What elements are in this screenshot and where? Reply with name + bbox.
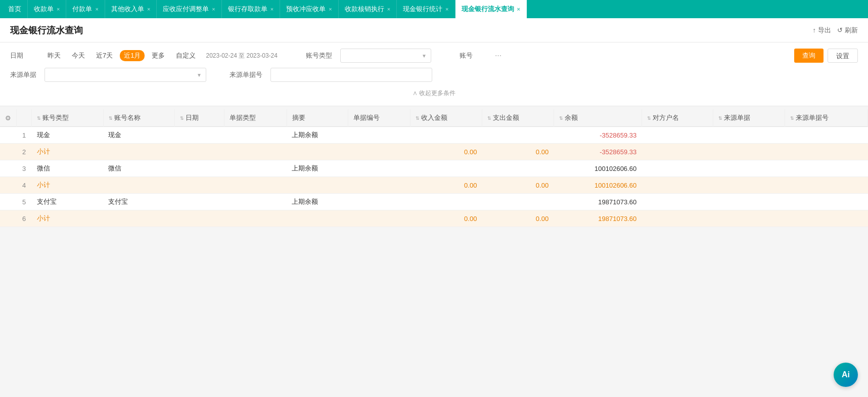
row-doc-num — [348, 160, 410, 177]
close-receipt-icon[interactable]: × — [57, 6, 60, 12]
row-date — [175, 127, 224, 144]
date-option-1month[interactable]: 近1月 — [120, 50, 145, 61]
nav-payment[interactable]: 付款单 × — [66, 0, 105, 18]
close-payment-icon[interactable]: × — [95, 6, 98, 12]
table-row[interactable]: 1 现金 现金 上期余额 -3528659.33 — [0, 127, 868, 144]
close-reconcile-icon[interactable]: × — [387, 6, 390, 12]
source-doc-num-input[interactable] — [270, 68, 432, 82]
row-doc-type — [224, 177, 287, 194]
date-option-7days[interactable]: 近7天 — [92, 50, 117, 61]
table-row[interactable]: 6 小计 0.00 0.00 19871073.60 — [0, 210, 868, 227]
row-income — [410, 194, 482, 210]
row-num-cell: 6 — [17, 210, 32, 227]
table-header-row: ⚙ ⇅账号类型 ⇅账号名称 ⇅日期 单据类型 摘要 单据编号 ⇅收入金额 ⇅支出… — [0, 109, 868, 127]
close-cash-flow-icon[interactable]: × — [517, 6, 520, 12]
row-source-doc — [713, 127, 785, 144]
account-more-icon[interactable]: ··· — [493, 51, 504, 60]
table-row[interactable]: 3 微信 微信 上期余额 100102606.60 — [0, 160, 868, 177]
row-expense: 0.00 — [482, 144, 554, 160]
nav-cash-stats[interactable]: 现金银行统计 × — [397, 0, 455, 18]
row-date — [175, 210, 224, 227]
row-balance: 100102606.60 — [554, 160, 642, 177]
col-balance[interactable]: ⇅余额 — [554, 109, 642, 127]
row-settings-cell — [0, 210, 17, 227]
col-row-num — [17, 109, 32, 127]
row-date — [175, 177, 224, 194]
collapse-bar[interactable]: ∧ 收起更多条件 — [10, 87, 858, 100]
row-source-doc — [713, 177, 785, 194]
close-other-income-icon[interactable]: × — [147, 6, 150, 12]
row-balance: 100102606.60 — [554, 177, 642, 194]
nav-cash-flow[interactable]: 现金银行流水查询 × — [455, 0, 527, 18]
query-button[interactable]: 查询 — [794, 49, 824, 63]
data-table: ⚙ ⇅账号类型 ⇅账号名称 ⇅日期 单据类型 摘要 单据编号 ⇅收入金额 ⇅支出… — [0, 109, 868, 227]
col-expense[interactable]: ⇅支出金额 — [482, 109, 554, 127]
filter-area: 日期 昨天 今天 近7天 近1月 更多 自定义 2023-02-24 至 202… — [0, 42, 868, 106]
page-title: 现金银行流水查询 — [10, 24, 83, 36]
nav-home[interactable]: 首页 — [2, 0, 28, 18]
row-source-doc — [713, 194, 785, 210]
row-num-cell: 3 — [17, 160, 32, 177]
date-range-display: 2023-02-24 至 2023-03-24 — [206, 52, 277, 60]
row-summary — [287, 210, 348, 227]
col-account-name[interactable]: ⇅账号名称 — [103, 109, 175, 127]
row-summary: 上期余额 — [287, 160, 348, 177]
row-num-cell: 5 — [17, 194, 32, 210]
row-balance: -3528659.33 — [554, 144, 642, 160]
page-header: 现金银行流水查询 ↑ 导出 ↺ 刷新 — [0, 18, 868, 42]
row-settings-cell — [0, 160, 17, 177]
date-option-today[interactable]: 今天 — [68, 50, 89, 61]
date-option-yesterday[interactable]: 昨天 — [43, 50, 65, 61]
nav-receipt[interactable]: 收款单 × — [28, 0, 66, 18]
table-row[interactable]: 2 小计 0.00 0.00 -3528659.33 — [0, 144, 868, 160]
row-income: 0.00 — [410, 177, 482, 194]
row-account-type: 现金 — [32, 127, 104, 144]
col-summary[interactable]: 摘要 — [287, 109, 348, 127]
table-row[interactable]: 5 支付宝 支付宝 上期余额 19871073.60 — [0, 194, 868, 210]
chevron-down-icon: ▼ — [422, 53, 427, 59]
refresh-button[interactable]: ↺ 刷新 — [837, 26, 858, 35]
nav-other-income[interactable]: 其他收入单 × — [105, 0, 157, 18]
row-doc-type — [224, 127, 287, 144]
nav-advance[interactable]: 预收冲应收单 × — [280, 0, 338, 18]
row-num-cell: 1 — [17, 127, 32, 144]
close-advance-icon[interactable]: × — [329, 6, 332, 12]
row-expense: 0.00 — [482, 210, 554, 227]
row-num-cell: 4 — [17, 177, 32, 194]
col-counterparty[interactable]: ⇅对方户名 — [642, 109, 713, 127]
date-label: 日期 — [10, 51, 35, 60]
col-date[interactable]: ⇅日期 — [175, 109, 224, 127]
account-type-select[interactable]: ▼ — [340, 49, 431, 63]
row-num-cell: 2 — [17, 144, 32, 160]
row-balance: -3528659.33 — [554, 127, 642, 144]
col-doc-type[interactable]: 单据类型 — [224, 109, 287, 127]
col-source-doc-num[interactable]: ⇅来源单据号 — [785, 109, 868, 127]
nav-bank-deposit[interactable]: 银行存取款单 × — [222, 0, 280, 18]
source-doc-select[interactable]: ▼ — [44, 68, 206, 82]
nav-adjustment[interactable]: 应收应付调整单 × — [157, 0, 221, 18]
row-counterparty — [642, 210, 713, 227]
col-settings[interactable]: ⚙ — [0, 109, 17, 127]
nav-reconcile[interactable]: 收款核销执行 × — [339, 0, 397, 18]
close-bank-deposit-icon[interactable]: × — [270, 6, 273, 12]
row-settings-cell — [0, 177, 17, 194]
row-source-doc — [713, 160, 785, 177]
row-settings-cell — [0, 127, 17, 144]
table-row[interactable]: 4 小计 0.00 0.00 100102606.60 — [0, 177, 868, 194]
source-doc-label: 来源单据 — [10, 70, 36, 79]
settings-button[interactable]: 设置 — [828, 49, 858, 63]
row-account-name — [103, 177, 175, 194]
row-settings-cell — [0, 144, 17, 160]
date-option-custom[interactable]: 自定义 — [172, 50, 200, 61]
row-settings-cell — [0, 194, 17, 210]
col-income[interactable]: ⇅收入金额 — [410, 109, 482, 127]
close-adjustment-icon[interactable]: × — [212, 6, 215, 12]
export-button[interactable]: ↑ 导出 — [813, 26, 832, 35]
date-option-more[interactable]: 更多 — [148, 50, 169, 61]
account-label: 账号 — [460, 51, 485, 60]
col-account-type[interactable]: ⇅账号类型 — [32, 109, 104, 127]
col-doc-num[interactable]: 单据编号 — [348, 109, 410, 127]
row-account-name — [103, 210, 175, 227]
col-source-doc[interactable]: ⇅来源单据 — [713, 109, 785, 127]
close-cash-stats-icon[interactable]: × — [445, 6, 448, 12]
